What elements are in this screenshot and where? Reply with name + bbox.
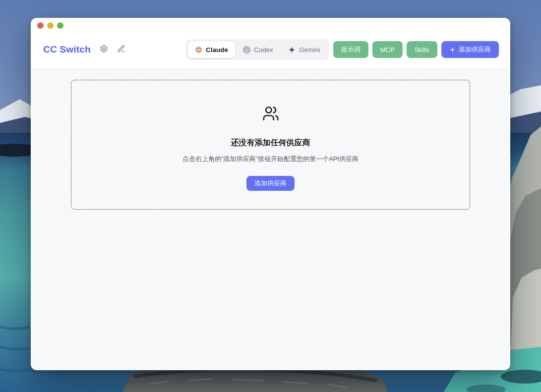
tab-claude[interactable]: Claude [188,41,235,58]
titlebar [31,18,510,31]
gear-icon [100,45,108,55]
mcp-button[interactable]: MCP [372,41,403,58]
users-icon [262,105,279,122]
button-label: Skills [415,46,429,54]
empty-state-subtitle: 点击右上角的"添加供应商"按钮开始配置您的第一个API供应商 [182,155,359,164]
empty-state-card: 还没有添加任何供应商 点击右上角的"添加供应商"按钮开始配置您的第一个API供应… [71,80,470,210]
app-window: CC Switch [31,18,510,370]
add-provider-button[interactable]: 添加供应商 [441,41,499,58]
tab-label: Gemini [299,46,320,54]
edit-button[interactable] [117,45,125,55]
plus-icon [449,47,456,53]
close-button[interactable] [37,22,44,29]
button-label: 添加供应商 [459,45,491,54]
minimize-button[interactable] [47,22,54,29]
app-switcher-tabs: Claude Codex Gemin [186,39,329,60]
openai-icon [243,46,250,54]
zoom-button[interactable] [57,22,63,29]
prompts-button[interactable]: 提示词 [333,41,368,58]
empty-add-provider-button[interactable]: 添加供应商 [246,176,295,191]
skills-button[interactable]: Skills [407,41,437,58]
tab-label: Claude [206,46,228,54]
brand-group: CC Switch [43,44,125,55]
claude-spark-icon [195,46,202,54]
settings-button[interactable] [100,45,108,55]
button-label: 提示词 [341,45,361,54]
empty-state-title: 还没有添加任何供应商 [231,138,310,148]
pen-icon [117,45,125,55]
app-title: CC Switch [43,44,91,55]
button-label: MCP [380,46,395,54]
header-actions: Claude Codex Gemin [186,39,499,60]
gemini-sparkle-icon [288,46,296,54]
tab-gemini[interactable]: Gemini [281,41,327,58]
tab-label: Codex [254,46,273,54]
main-content: 还没有添加任何供应商 点击右上角的"添加供应商"按钮开始配置您的第一个API供应… [31,68,510,370]
app-header: CC Switch [31,31,510,68]
tab-codex[interactable]: Codex [236,41,280,58]
